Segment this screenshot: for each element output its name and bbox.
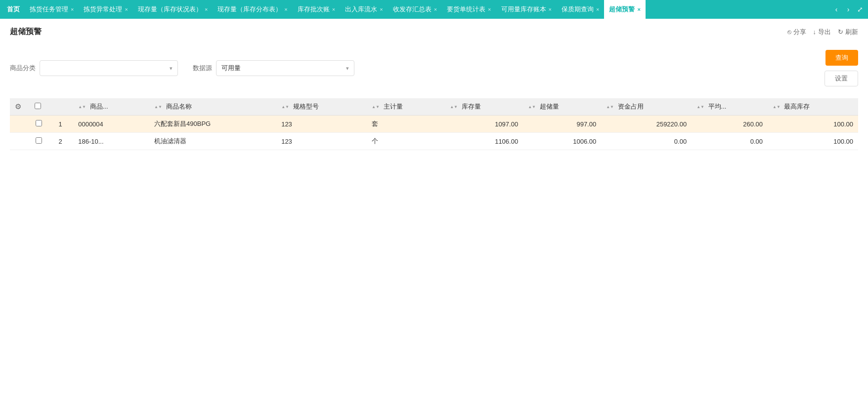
td-spec-0: 123 <box>276 116 367 133</box>
export-button[interactable]: ↓ 导出 <box>813 28 831 37</box>
nav-tab-6[interactable]: 出入库流水 × <box>340 0 388 19</box>
close-tab-6[interactable]: × <box>380 6 383 12</box>
table-row: 1 0000004 六配套新昌490BPG 123 套 1097.00 997.… <box>10 116 858 133</box>
refresh-button[interactable]: ↻ 刷新 <box>838 28 858 37</box>
nav-prev-button[interactable]: ‹ <box>830 0 842 19</box>
td-product-code-0: 0000004 <box>73 116 149 133</box>
page-title: 超储预警 <box>10 27 42 37</box>
table-body: 1 0000004 六配套新昌490BPG 123 套 1097.00 997.… <box>10 116 858 150</box>
td-over-stock-1: 1006.00 <box>523 133 601 150</box>
td-capital-0: 259220.00 <box>601 116 692 133</box>
row-checkbox-0[interactable] <box>36 120 42 126</box>
close-tab-2[interactable]: × <box>125 6 128 12</box>
nav-arrows: ‹ › ⤢ <box>830 0 866 19</box>
sort-icon-6: ▲▼ <box>528 105 536 109</box>
td-checkbox-0 <box>30 116 47 133</box>
export-icon: ↓ <box>813 28 817 36</box>
sort-icon-7: ▲▼ <box>606 105 614 109</box>
product-category-label: 商品分类 <box>10 64 36 73</box>
data-source-filter: 数据源 可用量 ▾ <box>193 60 354 76</box>
nav-tab-8[interactable]: 要货单统计表 × <box>442 0 496 19</box>
close-tab-9[interactable]: × <box>549 6 552 12</box>
nav-tab-10[interactable]: 保质期查询 × <box>557 0 604 19</box>
td-checkbox-1 <box>30 133 47 150</box>
chevron-down-icon-2: ▾ <box>346 65 349 72</box>
td-capital-1: 0.00 <box>601 133 692 150</box>
query-button[interactable]: 查询 <box>825 50 858 66</box>
th-max-stock: ▲▼ 最高库存 <box>768 98 858 116</box>
nav-tab-4[interactable]: 现存量（库存分布表） × <box>213 0 292 19</box>
td-stock-1: 1106.00 <box>445 133 523 150</box>
th-capital: ▲▼ 资金占用 <box>601 98 692 116</box>
product-category-select[interactable]: ▾ <box>40 60 178 76</box>
nav-tab-2[interactable]: 拣货异常处理 × <box>79 0 132 19</box>
sort-icon-5: ▲▼ <box>450 105 458 109</box>
filter-actions: 查询 设置 <box>825 50 858 86</box>
nav-next-button[interactable]: › <box>842 0 854 19</box>
close-tab-5[interactable]: × <box>332 6 335 12</box>
close-tab-1[interactable]: × <box>71 6 74 12</box>
close-tab-8[interactable]: × <box>488 6 491 12</box>
td-settings-0 <box>10 116 30 133</box>
nav-tab-5[interactable]: 库存批次账 × <box>293 0 340 19</box>
setting-button[interactable]: 设置 <box>825 71 858 86</box>
td-settings-1 <box>10 133 30 150</box>
th-checkbox <box>30 98 47 116</box>
table-header-row: ⚙ ▲▼ 商品... ▲▼ 商品名称 ▲▼ 规格型号 <box>10 98 858 116</box>
nav-home[interactable]: 首页 <box>2 0 25 19</box>
share-icon: ⎋ <box>787 28 791 36</box>
th-stock: ▲▼ 库存量 <box>445 98 523 116</box>
td-unit-1: 个 <box>367 133 445 150</box>
data-source-value: 可用量 <box>221 64 346 73</box>
row-checkbox-1[interactable] <box>36 137 42 144</box>
td-num-0: 1 <box>47 116 73 133</box>
td-max-stock-0: 100.00 <box>768 116 858 133</box>
td-stock-0: 1097.00 <box>445 116 523 133</box>
nav-tab-1[interactable]: 拣货任务管理 × <box>25 0 79 19</box>
nav-tab-7[interactable]: 收发存汇总表 × <box>388 0 442 19</box>
product-category-filter: 商品分类 ▾ <box>10 60 178 76</box>
nav-tab-9[interactable]: 可用量库存账本 × <box>496 0 557 19</box>
td-product-name-1: 机油滤清器 <box>149 133 276 150</box>
th-unit: ▲▼ 主计量 <box>367 98 445 116</box>
td-unit-0: 套 <box>367 116 445 133</box>
nav-tab-3[interactable]: 现存量（库存状况表） × <box>133 0 213 19</box>
top-navigation: 首页 拣货任务管理 × 拣货异常处理 × 现存量（库存状况表） × 现存量（库存… <box>0 0 868 19</box>
page-header: 超储预警 ⎋ 分享 ↓ 导出 ↻ 刷新 <box>10 27 858 37</box>
td-over-stock-0: 997.00 <box>523 116 601 133</box>
th-settings: ⚙ <box>10 98 30 116</box>
th-over-stock: ▲▼ 超储量 <box>523 98 601 116</box>
td-max-stock-1: 100.00 <box>768 133 858 150</box>
close-tab-3[interactable]: × <box>205 6 208 12</box>
sort-icon-9: ▲▼ <box>773 105 781 109</box>
td-product-code-1: 186-10... <box>73 133 149 150</box>
sort-icon-2: ▲▼ <box>154 105 162 109</box>
close-tab-10[interactable]: × <box>596 6 599 12</box>
th-product-code: ▲▼ 商品... <box>73 98 149 116</box>
filter-bar: 商品分类 ▾ 数据源 可用量 ▾ 查询 设置 <box>10 45 858 91</box>
page-content: 超储预警 ⎋ 分享 ↓ 导出 ↻ 刷新 商品分类 ▾ 数据源 <box>0 19 868 395</box>
th-product-name: ▲▼ 商品名称 <box>149 98 276 116</box>
nav-expand-button[interactable]: ⤢ <box>854 0 866 19</box>
td-spec-1: 123 <box>276 133 367 150</box>
gear-icon[interactable]: ⚙ <box>15 102 21 111</box>
close-tab-4[interactable]: × <box>284 6 287 12</box>
share-button[interactable]: ⎋ 分享 <box>787 28 806 37</box>
chevron-down-icon: ▾ <box>170 65 173 72</box>
sort-icon: ▲▼ <box>78 105 86 109</box>
select-all-checkbox[interactable] <box>35 103 41 109</box>
nav-tab-11[interactable]: 超储预警 × <box>604 0 645 19</box>
sort-icon-8: ▲▼ <box>696 105 704 109</box>
th-avg: ▲▼ 平均... <box>692 98 768 116</box>
refresh-icon: ↻ <box>838 28 843 36</box>
td-avg-1: 0.00 <box>692 133 768 150</box>
close-tab-7[interactable]: × <box>434 6 437 12</box>
td-num-1: 2 <box>47 133 73 150</box>
data-table: ⚙ ▲▼ 商品... ▲▼ 商品名称 ▲▼ 规格型号 <box>10 98 858 150</box>
sort-icon-4: ▲▼ <box>372 105 380 109</box>
td-product-name-0: 六配套新昌490BPG <box>149 116 276 133</box>
header-actions: ⎋ 分享 ↓ 导出 ↻ 刷新 <box>787 28 859 37</box>
th-num <box>47 98 73 116</box>
data-source-select[interactable]: 可用量 ▾ <box>216 60 354 76</box>
close-tab-11[interactable]: × <box>637 6 640 12</box>
